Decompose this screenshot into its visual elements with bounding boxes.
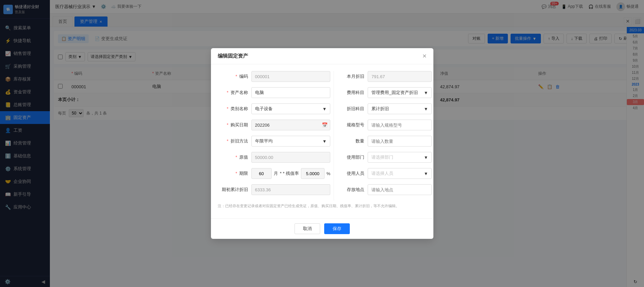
form-row-user: 使用人员 请选择人员 ▼ (337, 168, 432, 179)
location-input[interactable] (368, 184, 432, 195)
modal-note: 注：已经存在变更记录或者对应固定资产已经生成凭证，原值、购买日期、残值率、累计折… (218, 200, 427, 212)
form-row-depreciation-subject: 折旧科目 累计折旧 ▼ (337, 103, 432, 114)
period-label: * 期限 (221, 170, 251, 177)
calendar-icon: 📅 (322, 122, 328, 128)
purchase-date-label: * 购买日期 (221, 122, 251, 128)
category-select[interactable]: 电子设备 ▼ (251, 103, 331, 114)
method-dropdown-icon: ▼ (323, 139, 327, 144)
initial-depreciation-input[interactable] (251, 184, 331, 195)
form-col-left: * 编码 * 资产名称 (218, 71, 334, 200)
residual-rate-input[interactable] (301, 168, 325, 179)
residual-rate-label: * * 残值率 (280, 170, 299, 177)
department-dropdown-icon: ▼ (424, 155, 428, 160)
depreciation-method-label: * 折旧方法 (221, 138, 251, 144)
form-row-name: * 资产名称 (221, 87, 331, 98)
modal-overlay: 编辑固定资产 ✕ * 编码 (0, 0, 644, 287)
form-row-expense-subject: 费用科目 管理费用_固定资产折旧 ▼ (337, 87, 432, 98)
depreciation-dropdown-icon: ▼ (424, 106, 428, 111)
form-row-purchase-date: * 购买日期 📅 (221, 120, 331, 130)
period-unit: 月 (274, 170, 278, 177)
purchase-date-input[interactable] (251, 120, 331, 130)
purchase-date-wrapper: 📅 (251, 120, 331, 130)
quantity-input[interactable] (368, 136, 432, 147)
edit-fixed-asset-modal: 编辑固定资产 ✕ * 编码 (211, 48, 433, 239)
modal-footer: 取消 保存 (211, 218, 433, 239)
user-label: 使用人员 (337, 170, 368, 177)
form-row-depreciation-method: * 折旧方法 年限平均 ▼ (221, 136, 331, 147)
monthly-depreciation-label: 本月折旧 (337, 73, 368, 79)
depreciation-subject-label: 折旧科目 (337, 106, 368, 112)
form-row-initial-depreciation: 期初累计折旧 (221, 184, 331, 195)
user-dropdown-icon: ▼ (424, 171, 428, 176)
form-grid: * 编码 * 资产名称 (218, 71, 427, 200)
expense-subject-label: 费用科目 (337, 90, 368, 96)
user-select[interactable]: 请选择人员 ▼ (368, 168, 432, 179)
cancel-button[interactable]: 取消 (295, 223, 320, 234)
expense-dropdown-icon: ▼ (424, 90, 428, 95)
category-dropdown-icon: ▼ (323, 106, 327, 111)
category-label: * 类别名称 (221, 106, 251, 112)
modal-header: 编辑固定资产 ✕ (211, 48, 433, 64)
form-row-code: * 编码 (221, 71, 331, 82)
modal-close-button[interactable]: ✕ (422, 53, 427, 59)
form-row-spec: 规格型号 (337, 120, 432, 130)
modal-title: 编辑固定资产 (218, 53, 248, 59)
original-value-label: * 原值 (221, 154, 251, 160)
code-input[interactable] (251, 71, 331, 82)
department-select[interactable]: 请选择部门 ▼ (368, 152, 432, 163)
save-button[interactable]: 保存 (324, 223, 350, 234)
form-col-right: 本月折旧 费用科目 管理费用_固定资产折旧 ▼ (334, 71, 433, 200)
quantity-label: 数量 (337, 138, 368, 144)
depreciation-subject-select[interactable]: 累计折旧 ▼ (368, 103, 432, 114)
depreciation-method-select[interactable]: 年限平均 ▼ (251, 136, 331, 147)
form-row-quantity: 数量 (337, 136, 432, 147)
name-input[interactable] (251, 87, 331, 98)
initial-depreciation-label: 期初累计折旧 (221, 187, 251, 193)
percent-unit: % (327, 171, 331, 176)
form-row-location: 存放地点 (337, 184, 432, 195)
form-row-monthly-depreciation: 本月折旧 (337, 71, 432, 82)
expense-subject-select[interactable]: 管理费用_固定资产折旧 ▼ (368, 87, 432, 98)
original-value-input[interactable] (251, 152, 331, 163)
code-label: * 编码 (221, 73, 251, 79)
form-row-department: 使用部门 请选择部门 ▼ (337, 152, 432, 163)
period-input[interactable] (251, 168, 272, 179)
monthly-depreciation-input (368, 71, 432, 82)
location-label: 存放地点 (337, 187, 368, 193)
name-label: * 资产名称 (221, 90, 251, 96)
spec-label: 规格型号 (337, 122, 368, 128)
form-row-category: * 类别名称 电子设备 ▼ (221, 103, 331, 114)
modal-body: * 编码 * 资产名称 (211, 64, 433, 218)
form-row-original-value: * 原值 (221, 152, 331, 163)
spec-input[interactable] (368, 120, 432, 130)
period-row: 月 * * 残值率 % (251, 168, 331, 179)
department-label: 使用部门 (337, 154, 368, 160)
form-row-period: * 期限 月 * * 残值率 % (221, 168, 331, 179)
